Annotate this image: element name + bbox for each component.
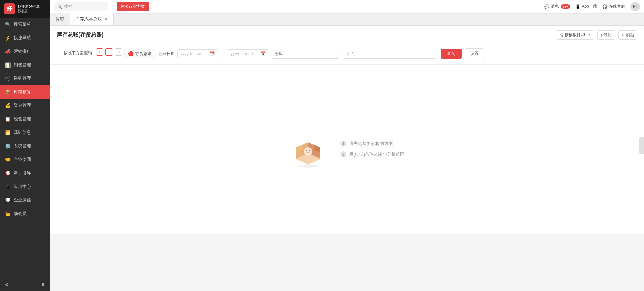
filter-del-btn[interactable]: − — [105, 48, 113, 56]
setting-btn[interactable]: 设置 — [465, 48, 484, 59]
product-select[interactable]: 商品 ··· — [343, 49, 437, 59]
svg-point-5 — [304, 147, 312, 155]
tab-inventory-ledger[interactable]: 库存成本总账 ✕ — [70, 13, 114, 25]
message-btn[interactable]: 💬 消息 99+ — [544, 4, 570, 9]
sidebar-item-search[interactable]: 🔍 搜索菜单 — [0, 18, 50, 31]
sidebar-item-marketing[interactable]: 📣 营销推广 — [0, 45, 50, 58]
sidebar-label-search: 搜索菜单 — [14, 21, 31, 27]
calendar-end-icon: 📅 — [260, 51, 265, 56]
sidebar-icon-sales: 📊 — [5, 62, 11, 68]
main-content: 🔍 搜索 体验行业方案 💬 消息 99+ 📱 App下载 🎧 在线客服 Rit — [50, 0, 644, 291]
sidebar-icon-marketing: 📣 — [5, 48, 11, 54]
product-label: 商品 — [346, 51, 354, 57]
tab-inventory-ledger-label: 库存成本总账 — [75, 16, 102, 22]
sidebar-icon-member: 👑 — [5, 211, 11, 217]
sidebar-item-wechat[interactable]: 💬 企业微信 — [0, 193, 50, 207]
search-icon: 🔍 — [57, 4, 63, 9]
refresh-btn[interactable]: ↻ 刷新 — [618, 30, 637, 40]
calendar-start-icon: 📅 — [210, 51, 215, 56]
search-bar[interactable]: 🔍 搜索 — [54, 2, 108, 11]
query-btn[interactable]: 查询 — [441, 49, 462, 59]
svg-point-7 — [309, 150, 310, 151]
sidebar-label-purchase: 采购管理 — [14, 75, 31, 81]
date-end-input[interactable]: yyyy-mm-dd 📅 — [228, 49, 268, 58]
industry-btn[interactable]: 体验行业方案 — [117, 2, 149, 11]
filter-label: 按以下方案查询 — [64, 48, 92, 56]
warehouse-more-icon: ··· — [331, 51, 336, 56]
date-separator: — — [221, 51, 225, 56]
sidebar-label-member: 畅会员 — [14, 211, 27, 217]
sidebar-icon-system: ⚙️ — [5, 143, 11, 149]
filter-add-btn[interactable]: + — [96, 48, 103, 56]
print-icon: 🖨 — [559, 33, 563, 38]
date-filter-row: 记账日期 yyyy-mm-dd 📅 — yyyy-mm-dd 📅 — [158, 49, 268, 58]
sidebar-item-shortcut[interactable]: ⚡ 快捷导航 — [0, 31, 50, 45]
sidebar-label-shortcut: 快捷导航 — [14, 35, 31, 41]
date-end-placeholder: yyyy-mm-dd — [231, 51, 253, 56]
sidebar-icon-finance: 💰 — [5, 102, 11, 108]
empty-hint-2: 2 用[过滤]条件来缩小分析范围 — [340, 151, 404, 157]
page-title: 库存总账(存货总账) — [57, 31, 104, 39]
refresh-icon: ↻ — [621, 33, 625, 38]
sidebar-item-enterprise[interactable]: 🤝 企业协同 — [0, 153, 50, 166]
sidebar-item-system[interactable]: ⚙️ 系统管理 — [0, 139, 50, 153]
svg-point-8 — [298, 164, 318, 168]
user-avatar[interactable]: Rit — [630, 2, 640, 11]
scheme-item[interactable]: 🔴 存货总账 — [124, 49, 155, 59]
online-service-btn[interactable]: 🎧 在线客服 — [602, 4, 625, 9]
tab-home-label: 首页 — [55, 16, 64, 22]
sidebar-icon-basic: 🗂️ — [5, 129, 11, 136]
sidebar-icon-newbie: 🎯 — [5, 170, 11, 176]
date-start-input[interactable]: yyyy-mm-dd 📅 — [177, 49, 218, 58]
sidebar-item-sales[interactable]: 📊 销售管理 — [0, 58, 50, 72]
sidebar-item-purchase[interactable]: 🛒 采购管理 — [0, 72, 50, 85]
collapse-icon[interactable]: ⏸ — [41, 282, 45, 287]
print-btn[interactable]: 🖨 按模板打印 ▼ — [556, 30, 594, 40]
sidebar-icon-purchase: 🛒 — [5, 75, 11, 81]
sidebar-label-enterprise: 企业协同 — [14, 156, 31, 163]
page-title-row: 库存总账(存货总账) 🖨 按模板打印 ▼ ↑ 导出 ↻ 刷新 — [57, 30, 637, 40]
sidebar-label-finance: 资金管理 — [14, 102, 31, 108]
settings-icon[interactable]: ⚙ — [5, 282, 9, 287]
message-icon: 💬 — [544, 4, 549, 9]
sidebar: 好 畅捷通好生意 标准版 🔍 搜索菜单 ⚡ 快捷导航 📣 营销推广 📊 销售管理… — [0, 0, 50, 291]
filter-area: 按以下方案查询 + − 《 🔴 存货总账 记账日期 — [57, 44, 637, 64]
sidebar-item-newbie[interactable]: 🎯 新手引导 — [0, 166, 50, 180]
tabbar: 首页 库存成本总账 ✕ — [50, 14, 644, 26]
filter-collapse-btn[interactable]: 《 — [115, 48, 122, 56]
tab-home[interactable]: 首页 — [50, 13, 70, 25]
sidebar-footer: ⚙ ⏸ — [0, 277, 50, 291]
app-version: 标准版 — [18, 9, 40, 14]
tab-close-icon[interactable]: ✕ — [104, 17, 108, 21]
right-panel-btn[interactable]: › — [639, 137, 644, 154]
content-area: 1 请先选择要分析的方案 2 用[过滤]条件来缩小分析范围 — [50, 65, 644, 234]
sidebar-item-operation[interactable]: 📋 经营管理 — [0, 112, 50, 126]
sidebar-icon-search: 🔍 — [5, 21, 11, 27]
message-label: 消息 — [551, 4, 559, 9]
app-name: 畅捷通好生意 — [18, 4, 40, 9]
scheme-icon: 🔴 — [128, 51, 134, 56]
date-label: 记账日期 — [158, 51, 175, 57]
warehouse-label: 仓库 — [275, 51, 283, 57]
sidebar-scroll: 🔍 搜索菜单 ⚡ 快捷导航 📣 营销推广 📊 销售管理 🛒 采购管理 📦 库存核… — [0, 18, 50, 277]
sidebar-item-basic[interactable]: 🗂️ 基础信息 — [0, 126, 50, 139]
sidebar-item-member[interactable]: 👑 畅会员 — [0, 207, 50, 220]
sidebar-item-apps[interactable]: 📱 应用中心 — [0, 180, 50, 193]
hint-text-2: 用[过滤]条件来缩小分析范围 — [349, 151, 404, 157]
page-header: 库存总账(存货总账) 🖨 按模板打印 ▼ ↑ 导出 ↻ 刷新 — [50, 26, 644, 65]
sidebar-item-inventory[interactable]: 📦 库存核算 — [0, 85, 50, 99]
sidebar-item-finance[interactable]: 💰 资金管理 — [0, 99, 50, 112]
scheme-label: 存货总账 — [135, 51, 151, 57]
filter-controls: 🔴 存货总账 记账日期 yyyy-mm-dd 📅 — yyyy-mm-dd — [124, 48, 630, 59]
refresh-btn-label: 刷新 — [626, 32, 634, 38]
export-btn[interactable]: ↑ 导出 — [597, 30, 615, 40]
sidebar-icon-enterprise: 🤝 — [5, 156, 11, 163]
sidebar-icon-operation: 📋 — [5, 116, 11, 122]
sidebar-label-apps: 应用中心 — [14, 184, 31, 190]
app-download-btn[interactable]: 📱 App下载 — [575, 4, 597, 9]
hint-text-1: 请先选择要分析的方案 — [349, 141, 393, 147]
warehouse-select[interactable]: 仓库 ··· — [272, 49, 339, 59]
page-content: 库存总账(存货总账) 🖨 按模板打印 ▼ ↑ 导出 ↻ 刷新 — [50, 26, 644, 291]
sidebar-label-operation: 经营管理 — [14, 116, 31, 122]
empty-hint-1: 1 请先选择要分析的方案 — [340, 141, 404, 147]
